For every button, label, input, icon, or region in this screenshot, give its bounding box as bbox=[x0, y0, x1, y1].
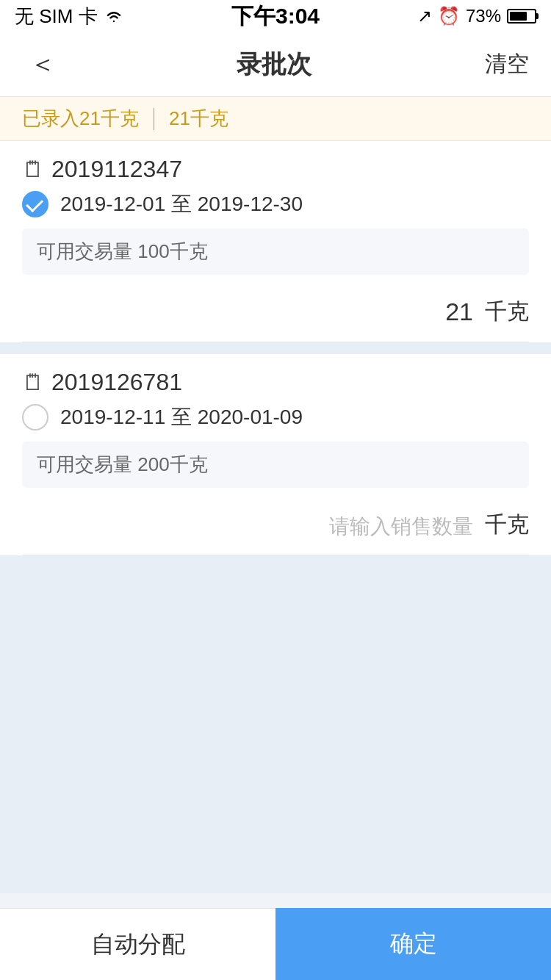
status-right: ↗ ⏰ 73% bbox=[417, 6, 536, 26]
batch-1-date-row: 2019-12-01 至 2019-12-30 bbox=[22, 190, 529, 218]
batch-2-quantity-row: 千克 bbox=[22, 498, 529, 555]
banner-divider bbox=[154, 108, 154, 130]
page-title: 录批次 bbox=[237, 48, 311, 82]
batch-2-header: 🗒 2019126781 bbox=[22, 369, 529, 396]
batch-2-date-row: 2019-12-11 至 2020-01-09 bbox=[22, 403, 529, 431]
bottom-bar: 自动分配 确定 bbox=[0, 908, 551, 980]
carrier-label: 无 SIM 卡 bbox=[15, 4, 98, 29]
batch-1-header: 🗒 2019112347 bbox=[22, 156, 529, 183]
section-divider-1 bbox=[0, 342, 551, 354]
battery-percent: 73% bbox=[466, 6, 501, 26]
empty-area bbox=[0, 555, 551, 893]
info-banner: 已录入21千克 21千克 bbox=[0, 97, 551, 141]
status-bar: 无 SIM 卡 下午3:04 ↗ ⏰ 73% bbox=[0, 0, 551, 32]
batch-1-quantity-row: 千克 bbox=[22, 285, 529, 342]
batch-2-quantity-input[interactable] bbox=[161, 511, 473, 539]
batch-2-unit: 千克 bbox=[485, 510, 529, 540]
batch-1-unit: 千克 bbox=[485, 297, 529, 327]
batch-1-quantity-input[interactable] bbox=[161, 298, 473, 326]
batch-2-number: 2019126781 bbox=[51, 369, 182, 396]
wifi-icon bbox=[104, 9, 124, 24]
batch-1-icon: 🗒 bbox=[22, 157, 44, 182]
batch-1-available: 可用交易量 100千克 bbox=[22, 228, 529, 275]
batch-1-date: 2019-12-01 至 2019-12-30 bbox=[60, 190, 303, 218]
batch-item-2: 🗒 2019126781 2019-12-11 至 2020-01-09 可用交… bbox=[0, 354, 551, 555]
batch-2-icon: 🗒 bbox=[22, 370, 44, 395]
status-left: 无 SIM 卡 bbox=[15, 4, 124, 29]
recorded-value: 21千克 bbox=[169, 106, 228, 131]
nav-bar: ＜ 录批次 清空 bbox=[0, 32, 551, 97]
batch-2-radio[interactable] bbox=[22, 404, 48, 430]
auto-distribute-button[interactable]: 自动分配 bbox=[0, 908, 276, 980]
batch-item-1: 🗒 2019112347 2019-12-01 至 2019-12-30 可用交… bbox=[0, 141, 551, 342]
confirm-button[interactable]: 确定 bbox=[276, 908, 551, 980]
batch-2-available: 可用交易量 200千克 bbox=[22, 442, 529, 488]
clear-button[interactable]: 清空 bbox=[485, 49, 529, 79]
batch-2-date: 2019-12-11 至 2020-01-09 bbox=[60, 403, 303, 431]
status-time: 下午3:04 bbox=[231, 1, 320, 32]
battery-icon bbox=[507, 9, 536, 24]
batch-1-number: 2019112347 bbox=[51, 156, 182, 183]
batch-1-radio[interactable] bbox=[22, 191, 48, 217]
recorded-label: 已录入21千克 bbox=[22, 106, 139, 131]
back-button[interactable]: ＜ bbox=[22, 39, 63, 90]
location-icon: ↗ bbox=[417, 6, 432, 26]
alarm-icon: ⏰ bbox=[438, 6, 460, 26]
